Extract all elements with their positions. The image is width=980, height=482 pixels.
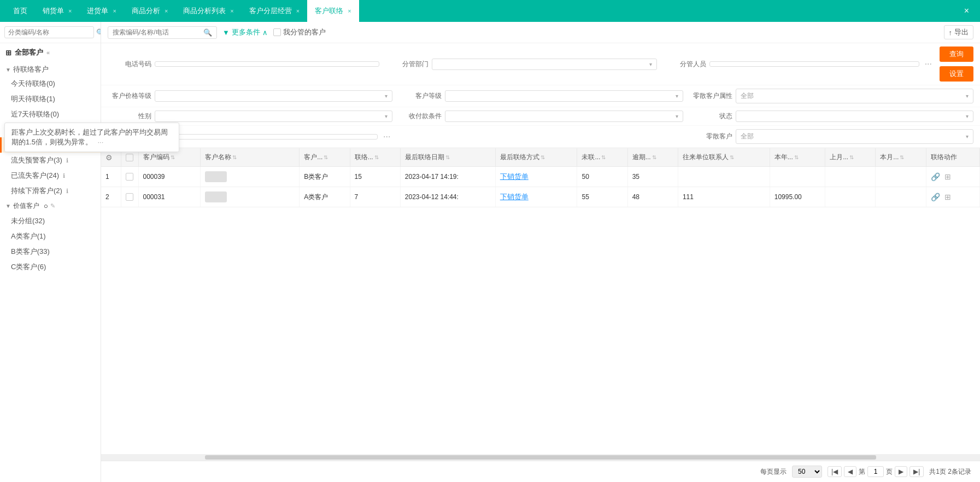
window-close-btn[interactable]: × xyxy=(959,6,975,16)
sidebar-item-class-a[interactable]: A类客户(1) xyxy=(0,229,101,244)
price-level-input[interactable]: ▾ xyxy=(155,90,392,102)
action-link-icon[interactable]: 🔗 xyxy=(931,193,940,201)
next-page-btn[interactable]: ▶ xyxy=(895,466,907,477)
status-field: 状态 ▾ xyxy=(689,111,973,122)
scrollbar-thumb[interactable] xyxy=(205,455,876,460)
th-uncontacted[interactable]: 未联...⇅ xyxy=(577,148,627,167)
customer-level-input[interactable]: ▾ xyxy=(445,90,683,102)
action-link-icon[interactable]: 🔗 xyxy=(931,172,940,181)
nav-close-segmentation[interactable]: × xyxy=(296,8,300,14)
retail-attr-input[interactable]: 全部 ▾ xyxy=(736,89,973,103)
retail-customer-chevron-icon: ▾ xyxy=(966,133,969,140)
row-this-year xyxy=(770,167,825,187)
page-size-select[interactable]: 50 100 200 xyxy=(792,466,822,478)
sidebar-item-lost[interactable]: 已流失客户(24) ℹ xyxy=(0,168,101,183)
nav-sales-order[interactable]: 销货单 × xyxy=(35,0,79,22)
sidebar-item-unclassified[interactable]: 未分组(32) xyxy=(0,213,101,229)
th-contact-count[interactable]: 联络...⇅ xyxy=(350,148,400,167)
filter-search-input[interactable] xyxy=(113,28,200,36)
filter-search-icon[interactable]: 🔍 xyxy=(203,28,212,37)
th-this-month[interactable]: 本月...⇅ xyxy=(876,148,926,167)
th-type[interactable]: 客户...⇅ xyxy=(300,148,350,167)
th-name[interactable]: 客户名称⇅ xyxy=(200,148,299,167)
row-seq: 2 xyxy=(101,187,121,207)
value-group: ▼ 价值客户 ○ ✎ xyxy=(0,199,101,213)
filter-top-bar: 🔍 ▼ 更多条件 ∧ 我分管的客户 ↑ 导出 xyxy=(101,22,980,43)
last-page-btn[interactable]: ▶| xyxy=(909,466,924,477)
row-contact-count: 15 xyxy=(350,167,400,187)
th-overdue[interactable]: 逾期...⇅ xyxy=(627,148,678,167)
row-checkbox[interactable] xyxy=(126,193,133,201)
sidebar-item-today[interactable]: 今天待联络(0) xyxy=(0,76,101,91)
nav-close-product-list[interactable]: × xyxy=(230,8,233,14)
my-customer-checkbox[interactable] xyxy=(273,28,281,36)
gender-input[interactable]: ▾ xyxy=(155,111,392,122)
data-table-wrapper: ⚙ 客户编码⇅ 客户名称⇅ 客户...⇅ 联络...⇅ 最后联络日期⇅ 最后联络… xyxy=(101,148,980,454)
row-last-method: 下销货单 xyxy=(495,167,577,187)
nav-product-analysis[interactable]: 商品分析 × xyxy=(124,0,175,22)
column-settings-icon[interactable]: ⚙ xyxy=(105,153,113,162)
manager-ellipsis-icon[interactable]: ··· xyxy=(923,59,934,69)
th-contacts-person[interactable]: 往来单位联系人⇅ xyxy=(678,148,770,167)
department-input[interactable]: ▾ xyxy=(432,59,656,70)
nav-close-sales[interactable]: × xyxy=(68,8,72,14)
horizontal-scrollbar[interactable] xyxy=(101,454,980,461)
table-row: 2 000031 A类客户 7 2023-04-12 14:44: 下销货单 5… xyxy=(101,187,980,207)
row-actions: 🔗 ⊞ xyxy=(926,187,979,207)
top-nav: 首页 销货单 × 进货单 × 商品分析 × 商品分析列表 × 客户分层经营 × … xyxy=(0,0,980,22)
settings-button[interactable]: 设置 xyxy=(940,66,973,82)
sidebar-item-class-c[interactable]: C类客户(6) xyxy=(0,259,101,275)
edit-icon[interactable]: ✎ xyxy=(50,202,55,210)
row-checkbox[interactable] xyxy=(126,173,133,181)
nav-customer-segmentation[interactable]: 客户分层经营 × xyxy=(242,0,307,22)
status-input[interactable]: ▾ xyxy=(736,111,973,122)
customer-type-ellipsis-icon[interactable]: ··· xyxy=(381,132,392,142)
query-button[interactable]: 查询 xyxy=(940,47,973,62)
export-btn[interactable]: ↑ 导出 xyxy=(944,25,974,39)
nav-product-analysis-list[interactable]: 商品分析列表 × xyxy=(175,0,241,22)
sidebar-item-declining[interactable]: 持续下滑客户(2) ℹ xyxy=(0,183,101,199)
retail-customer-input[interactable]: 全部 ▾ xyxy=(736,129,973,144)
manager-input[interactable] xyxy=(709,61,919,67)
th-last-contact-date[interactable]: 最后联络日期⇅ xyxy=(400,148,495,167)
data-table: ⚙ 客户编码⇅ 客户名称⇅ 客户...⇅ 联络...⇅ 最后联络日期⇅ 最后联络… xyxy=(101,148,980,207)
filter-icon: ▼ xyxy=(222,28,230,37)
row-uncontacted: 50 xyxy=(577,167,627,187)
department-field: 分管部门 ▾ xyxy=(385,59,656,70)
sidebar-item-class-b[interactable]: B类客户(33) xyxy=(0,244,101,259)
row-checkbox-cell[interactable] xyxy=(121,167,138,187)
row-code: 000039 xyxy=(138,167,200,187)
nav-home[interactable]: 首页 xyxy=(5,0,35,22)
row-last-date: 2023-04-12 14:44: xyxy=(400,187,495,207)
nav-customer-contact[interactable]: 客户联络 × xyxy=(307,0,359,22)
row-checkbox-cell[interactable] xyxy=(121,187,138,207)
nav-purchase-order[interactable]: 进货单 × xyxy=(79,0,124,22)
th-this-year[interactable]: 本年...⇅ xyxy=(770,148,825,167)
th-last-month[interactable]: 上月...⇅ xyxy=(825,148,876,167)
action-grid-icon[interactable]: ⊞ xyxy=(944,172,951,181)
price-level-field: 客户价格等级 ▾ xyxy=(108,90,392,102)
sidebar-item-tomorrow[interactable]: 明天待联络(1) xyxy=(0,91,101,107)
tri-down-icon: ▼ xyxy=(5,67,11,73)
select-all-checkbox[interactable] xyxy=(126,154,133,161)
sidebar-search-input[interactable] xyxy=(4,26,94,38)
phone-input[interactable] xyxy=(155,61,379,67)
filter-search-box: 🔍 xyxy=(108,26,217,39)
collapse-icon[interactable]: « xyxy=(46,49,50,56)
nav-close-purchase[interactable]: × xyxy=(113,8,116,14)
th-last-contact-method[interactable]: 最后联络方式⇅ xyxy=(495,148,577,167)
nav-close-product-analysis[interactable]: × xyxy=(165,8,168,14)
row-seq: 1 xyxy=(101,167,121,187)
customer-type-input[interactable] xyxy=(155,134,378,140)
prev-page-btn[interactable]: ◀ xyxy=(844,466,856,477)
sidebar-search-icon[interactable]: 🔍 xyxy=(96,28,101,37)
action-grid-icon[interactable]: ⊞ xyxy=(944,193,951,201)
sidebar-item-7days[interactable]: 近7天待联络(0) xyxy=(0,107,101,122)
row-this-year: 10995.00 xyxy=(770,187,825,207)
payment-input[interactable]: ▾ xyxy=(445,111,683,122)
first-page-btn[interactable]: |◀ xyxy=(828,466,842,477)
page-number-input[interactable] xyxy=(867,466,884,477)
sidebar-item-lost-warning[interactable]: 流失预警客户(3) ℹ xyxy=(0,153,101,168)
nav-close-contact[interactable]: × xyxy=(348,8,351,14)
more-conditions-btn[interactable]: ▼ 更多条件 ∧ xyxy=(222,27,268,37)
